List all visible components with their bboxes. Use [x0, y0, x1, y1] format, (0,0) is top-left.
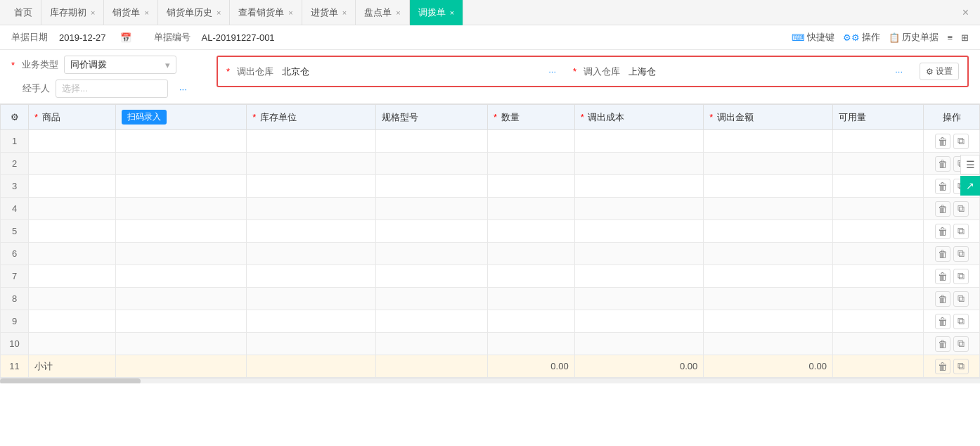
tab-view-sales[interactable]: 查看销货单 × — [230, 0, 302, 25]
amount-cell-7[interactable] — [704, 265, 833, 288]
tab-stocktake-close[interactable]: × — [396, 8, 400, 17]
tab-bar-close[interactable]: × — [957, 6, 974, 19]
th-scan[interactable]: 扫码录入 — [115, 105, 247, 130]
delete-icon-3[interactable]: 🗑 — [935, 179, 950, 194]
amount-cell-1[interactable] — [704, 130, 833, 153]
product-cell-8[interactable] — [29, 288, 116, 310]
tab-home[interactable]: 首页 — [6, 0, 41, 25]
product-cell-1[interactable] — [29, 130, 116, 153]
copy-icon-8[interactable]: ⧉ — [953, 291, 969, 307]
qty-cell-4[interactable] — [487, 198, 574, 220]
amount-cell-5[interactable] — [704, 220, 833, 243]
delete-icon-1[interactable]: 🗑 — [935, 134, 950, 149]
product-cell-3[interactable] — [29, 175, 116, 198]
tab-sales-history-close[interactable]: × — [217, 8, 221, 17]
cost-cell-8[interactable] — [574, 288, 704, 310]
warehouse-in-more-btn[interactable]: ··· — [895, 66, 903, 77]
operation-action[interactable]: ⚙⚙ 操作 — [843, 31, 880, 44]
cost-cell-3[interactable] — [574, 175, 704, 198]
cost-cell-10[interactable] — [574, 333, 704, 355]
amount-cell-8[interactable] — [704, 288, 833, 310]
layout-action[interactable]: ≡ — [947, 32, 953, 43]
product-cell-4[interactable] — [29, 198, 116, 220]
scrollbar-thumb[interactable] — [0, 378, 141, 383]
th-gear[interactable]: ⚙ — [1, 105, 29, 130]
delete-icon-7[interactable]: 🗑 — [935, 269, 950, 284]
calendar-icon[interactable]: 📅 — [120, 32, 131, 43]
copy-icon-5[interactable]: ⧉ — [953, 224, 969, 239]
tab-sales-order-close[interactable]: × — [144, 8, 148, 17]
delete-icon-5[interactable]: 🗑 — [935, 224, 950, 239]
tab-sales-order[interactable]: 销货单 × — [104, 0, 157, 25]
delete-icon-10[interactable]: 🗑 — [935, 336, 950, 352]
amount-cell-4[interactable] — [704, 198, 833, 220]
cost-cell-6[interactable] — [574, 243, 704, 265]
delete-icon-11[interactable]: 🗑 — [935, 359, 950, 374]
cost-cell-1[interactable] — [574, 130, 704, 153]
history-action[interactable]: 📋 历史单据 — [889, 31, 939, 44]
qty-cell-9[interactable] — [487, 310, 574, 333]
delete-icon-6[interactable]: 🗑 — [935, 246, 950, 262]
tab-view-sales-close[interactable]: × — [288, 8, 292, 17]
horizontal-scrollbar[interactable] — [0, 378, 980, 383]
cost-cell-4[interactable] — [574, 198, 704, 220]
copy-icon-1[interactable]: ⧉ — [953, 134, 969, 149]
spec-cell-5 — [375, 220, 487, 243]
copy-icon-10[interactable]: ⧉ — [953, 336, 969, 352]
copy-icon-11[interactable]: ⧉ — [953, 359, 969, 374]
tab-stocktake[interactable]: 盘点单 × — [356, 0, 409, 25]
product-cell-7[interactable] — [29, 265, 116, 288]
delete-icon-2[interactable]: 🗑 — [935, 156, 950, 172]
amount-cell-9[interactable] — [704, 310, 833, 333]
amount-cell-10[interactable] — [704, 333, 833, 355]
cost-cell-9[interactable] — [574, 310, 704, 333]
scan-cell-2 — [115, 153, 247, 175]
product-cell-2[interactable] — [29, 153, 116, 175]
grid-action[interactable]: ⊞ — [961, 32, 969, 43]
qty-cell-1[interactable] — [487, 130, 574, 153]
qty-cell-6[interactable] — [487, 243, 574, 265]
product-cell-5[interactable] — [29, 220, 116, 243]
amount-cell-3[interactable] — [704, 175, 833, 198]
tab-inventory-init[interactable]: 库存期初 × — [41, 0, 104, 25]
product-cell-10[interactable] — [29, 333, 116, 355]
product-cell-6[interactable] — [29, 243, 116, 265]
qty-cell-2[interactable] — [487, 153, 574, 175]
settings-button[interactable]: ⚙ 设置 — [920, 63, 959, 80]
copy-icon-7[interactable]: ⧉ — [953, 269, 969, 284]
tab-sales-history[interactable]: 销货单历史 × — [158, 0, 230, 25]
delete-icon-9[interactable]: 🗑 — [935, 314, 950, 329]
qty-cell-10[interactable] — [487, 333, 574, 355]
copy-icon-9[interactable]: ⧉ — [953, 314, 969, 329]
float-expand-btn[interactable]: ↗ — [960, 176, 980, 196]
product-cell-9[interactable] — [29, 310, 116, 333]
tab-purchase-close[interactable]: × — [342, 8, 347, 17]
cost-cell-2[interactable] — [574, 153, 704, 175]
copy-icon-6[interactable]: ⧉ — [953, 246, 969, 262]
amount-cell-6[interactable] — [704, 243, 833, 265]
amount-cell-2[interactable] — [704, 153, 833, 175]
copy-icon-4[interactable]: ⧉ — [953, 201, 969, 217]
float-list-btn[interactable]: ☰ — [960, 155, 980, 174]
cost-cell-7[interactable] — [574, 265, 704, 288]
subtotal-cost-cell: 0.00 — [574, 355, 704, 378]
tab-transfer-close[interactable]: × — [450, 8, 454, 17]
shortcut-action[interactable]: ⌨ 快捷键 — [792, 31, 834, 44]
tab-purchase[interactable]: 进货单 × — [302, 0, 356, 25]
delete-icon-8[interactable]: 🗑 — [935, 291, 950, 307]
row-num-3: 3 — [1, 175, 29, 198]
operator-select[interactable]: 选择... — [56, 79, 168, 98]
qty-cell-7[interactable] — [487, 265, 574, 288]
qty-cell-5[interactable] — [487, 220, 574, 243]
tab-inventory-init-close[interactable]: × — [91, 8, 95, 17]
tab-transfer[interactable]: 调拨单 × — [410, 0, 463, 25]
items-table: ⚙ * 商品 扫码录入 * 库存单位 规格型号 * 数量 — [0, 104, 980, 378]
business-type-select[interactable]: 同价调拨 ▾ — [64, 56, 176, 74]
cost-cell-5[interactable] — [574, 220, 704, 243]
qty-cell-3[interactable] — [487, 175, 574, 198]
warehouse-out-more-btn[interactable]: ··· — [548, 66, 556, 77]
delete-icon-4[interactable]: 🗑 — [935, 201, 950, 217]
qty-cell-8[interactable] — [487, 288, 574, 310]
operator-more-btn[interactable]: ··· — [179, 84, 187, 94]
scan-button[interactable]: 扫码录入 — [122, 110, 167, 125]
